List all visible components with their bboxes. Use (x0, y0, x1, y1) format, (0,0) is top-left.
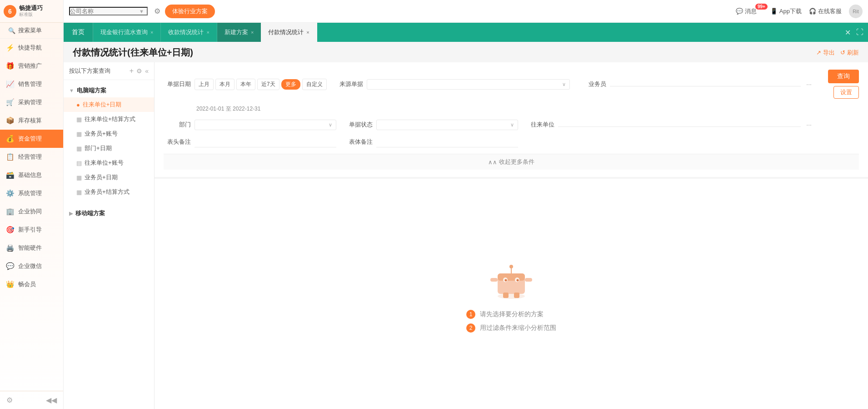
salesperson-label: 业务员 (579, 80, 606, 88)
tab-new-close[interactable]: × (251, 30, 254, 35)
date-btn-this-month[interactable]: 本月 (215, 79, 234, 90)
sidebar-search[interactable]: 🔍 搜索菜单 (0, 23, 63, 39)
salesperson-input[interactable] (610, 82, 801, 86)
sidebar-item-label: 库存核算 (18, 116, 42, 125)
header-note-input[interactable] (195, 136, 336, 147)
tab-home[interactable]: 首页 (64, 23, 93, 42)
guide-icon: 🎯 (5, 225, 15, 234)
body-note-input[interactable] (376, 136, 518, 147)
scheme-add-button[interactable]: + (130, 67, 134, 75)
tab-receivable-close[interactable]: × (206, 30, 209, 35)
trial-button[interactable]: 体验行业方案 (165, 5, 215, 18)
sidebar-item-system[interactable]: ⚙️ 系统管理 (0, 184, 63, 202)
export-icon: ↗ (816, 49, 821, 56)
header-gear-icon[interactable]: ⚙ (154, 7, 160, 15)
sidebar-item-quick-nav[interactable]: ⚡ 快捷导航 (0, 39, 63, 57)
salesperson-more-icon[interactable]: ··· (804, 79, 813, 90)
partner-input[interactable] (558, 123, 801, 127)
tab-payable[interactable]: 付款情况统计 × (261, 23, 317, 42)
sidebar-settings-icon[interactable]: ⚙ (6, 396, 13, 404)
scheme-item-partner-date[interactable]: ● 往来单位+日期 (64, 97, 154, 112)
basic-info-icon: 🗃️ (5, 171, 15, 180)
refresh-button[interactable]: ↺ 刷新 (840, 49, 859, 57)
scheme-item-icon: ▦ (76, 145, 82, 152)
scheme-item-icon: ▦ (76, 116, 82, 123)
scheme-group-mobile-title[interactable]: ▶ 移动端方案 (64, 207, 154, 220)
refresh-icon: ↺ (840, 49, 845, 56)
date-btn-7days[interactable]: 近7天 (257, 79, 279, 90)
top-header: ▼ ⚙ 体验行业方案 💬 消息 99+ 📱 App下载 🎧 在线客服 Rit (64, 0, 868, 23)
export-button[interactable]: ↗ 导出 (816, 49, 835, 57)
member-icon: 👑 (5, 280, 15, 289)
partner-more-icon[interactable]: ··· (804, 119, 813, 130)
svg-rect-11 (503, 293, 509, 298)
marketing-icon: 🎁 (5, 61, 15, 71)
tab-new-scheme[interactable]: 新建方案 × (217, 23, 261, 42)
empty-tip-2: 2 用过滤条件来缩小分析范围 (466, 323, 556, 333)
chevron-down-icon: ▼ (139, 9, 144, 14)
refresh-label: 刷新 (847, 49, 859, 57)
sidebar-item-wechat[interactable]: 💬 企业微信 (0, 257, 63, 275)
sidebar-item-guide[interactable]: 🎯 新手引导 (0, 221, 63, 239)
scheme-item-label: 部门+日期 (85, 144, 112, 152)
sidebar-item-operation[interactable]: 📋 经营管理 (0, 148, 63, 166)
date-btn-last-month[interactable]: 上月 (195, 79, 214, 90)
app-download-button[interactable]: 📱 App下载 (770, 7, 802, 15)
filter-panel: 单据日期 上月 本月 本年 近7天 更多 自定义 (155, 62, 868, 177)
filter-field-doc-status: 单据状态 ∨ (345, 120, 518, 130)
system-icon: ⚙️ (5, 189, 15, 198)
sidebar-item-label: 畅会员 (18, 280, 36, 288)
scheme-group-desktop-title[interactable]: ▼ 电脑端方案 (64, 84, 154, 97)
tab-receivable[interactable]: 收款情况统计 × (161, 23, 217, 42)
header-note-label: 表头备注 (164, 138, 191, 146)
doc-status-select[interactable]: ∨ (376, 120, 518, 130)
setting-button[interactable]: 设置 (833, 86, 859, 99)
scheme-item-salesman-date[interactable]: ▦ 业务员+日期 (64, 170, 154, 185)
dept-select[interactable]: ∨ (195, 120, 336, 130)
sidebar-item-sales[interactable]: 📈 销售管理 (0, 75, 63, 93)
sidebar-item-label: 企业协同 (18, 207, 42, 216)
sidebar-item-capital[interactable]: 💰 资金管理 (0, 130, 63, 148)
collapse-more-button[interactable]: ∧∧ 收起更多条件 (164, 154, 859, 170)
scheme-collapse-button[interactable]: « (145, 67, 149, 75)
company-input[interactable] (69, 7, 148, 15)
date-buttons: 上月 本月 本年 近7天 更多 自定义 (195, 79, 327, 90)
scheme-item-dept-date[interactable]: ▦ 部门+日期 (64, 141, 154, 156)
service-button[interactable]: 🎧 在线客服 (809, 7, 842, 15)
scheme-item-partner-payment[interactable]: ▦ 往来单位+结算方式 (64, 112, 154, 126)
message-button[interactable]: 💬 消息 99+ (736, 7, 763, 15)
tab-fullscreen-icon[interactable]: ⛶ (856, 28, 863, 36)
scheme-item-salesman-account[interactable]: ▦ 业务员+账号 (64, 126, 154, 141)
search-icon: 🔍 (8, 27, 15, 34)
sidebar-item-marketing[interactable]: 🎁 营销推广 (0, 57, 63, 75)
sidebar-item-member[interactable]: 👑 畅会员 (0, 275, 63, 293)
filter-field-dept: 部门 ∨ (164, 120, 336, 130)
source-select[interactable]: ∨ (367, 79, 570, 90)
date-btn-custom[interactable]: 自定义 (302, 79, 327, 90)
tab-close-all-icon[interactable]: ✕ (845, 28, 851, 37)
tab-cashflow-close[interactable]: × (150, 30, 153, 35)
user-avatar[interactable]: Rit (849, 5, 863, 18)
date-btn-more[interactable]: 更多 (281, 79, 300, 90)
scheme-item-partner-account[interactable]: ▤ 往来单位+账号 (64, 156, 154, 170)
empty-tips: 1 请先选择要分析的方案 2 用过滤条件来缩小分析范围 (466, 310, 556, 333)
sidebar-item-label: 营销推广 (18, 62, 42, 70)
sidebar-item-purchase[interactable]: 🛒 采购管理 (0, 93, 63, 111)
scheme-gear-button[interactable]: ⚙ (136, 67, 142, 75)
sidebar-item-inventory[interactable]: 📦 库存核算 (0, 111, 63, 130)
sidebar-bottom: ⚙ ◀◀ (0, 391, 63, 409)
inventory-icon: 📦 (5, 116, 15, 125)
tab-cashflow[interactable]: 现金银行流水查询 × (93, 23, 161, 42)
scheme-group-mobile: ▶ 移动端方案 (64, 203, 154, 224)
sidebar-item-hardware[interactable]: 🖨️ 智能硬件 (0, 239, 63, 257)
service-label: 在线客服 (818, 7, 842, 15)
date-btn-this-year[interactable]: 本年 (236, 79, 255, 90)
tab-payable-close[interactable]: × (306, 30, 309, 35)
sidebar-item-enterprise[interactable]: 🏢 企业协同 (0, 202, 63, 221)
sidebar-item-label: 资金管理 (18, 135, 42, 143)
sidebar-collapse-icon[interactable]: ◀◀ (46, 396, 57, 404)
filter-row-3: 表头备注 表体备注 (164, 136, 859, 147)
scheme-item-salesman-payment[interactable]: ▦ 业务员+结算方式 (64, 185, 154, 199)
sidebar-item-basic-info[interactable]: 🗃️ 基础信息 (0, 166, 63, 184)
query-button[interactable]: 查询 (828, 70, 859, 83)
